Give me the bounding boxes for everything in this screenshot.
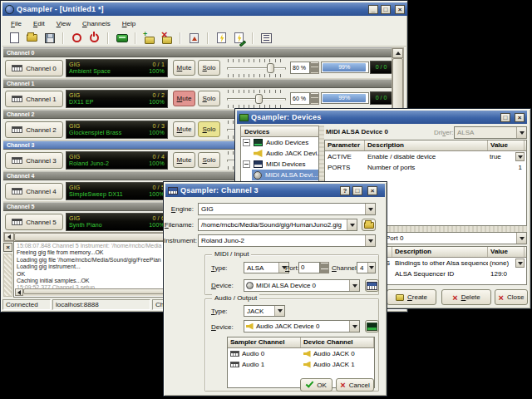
channel-button[interactable]: Channel 5 [5,214,63,230]
add-channel-button[interactable] [115,31,129,45]
messages-close-button[interactable]: × [3,243,12,252]
create-channel-button[interactable]: + [142,31,156,45]
menu-file[interactable]: File [6,19,27,28]
devices-titlebar[interactable]: Qsampler: Devices □ × [237,111,527,124]
chevron-down-icon[interactable] [347,219,357,230]
instrument-combo[interactable]: Roland Juno-2 [198,234,376,247]
messages-button[interactable] [259,31,273,45]
channel-lcd[interactable]: GIG0 / 6 Synth Piano100% [66,213,168,231]
slider-handle[interactable] [267,63,274,73]
maximize-button[interactable]: □ [500,113,510,122]
chevron-down-icon[interactable] [516,233,526,244]
tree-item[interactable]: Audio JACK Devi... [241,148,318,159]
save-session-button[interactable] [42,31,57,45]
browse-file-button[interactable] [362,219,376,231]
channel-button[interactable]: Channel 1 [5,91,63,107]
spin-up-icon[interactable] [320,262,329,268]
midi-device-combo[interactable]: MIDI ALSA Device 0 [244,279,360,292]
audio-device-combo[interactable]: Audio JACK Device 0 [244,320,360,332]
chevron-down-icon[interactable] [349,280,359,291]
channel-button[interactable]: Channel 3 [5,152,63,169]
chevron-down-icon[interactable] [367,263,375,273]
tree-item[interactable]: Audio Devices [241,137,318,148]
mute-button[interactable]: Mute [173,60,195,76]
menu-help[interactable]: Help [117,19,140,28]
tree-expander-icon[interactable] [243,160,250,168]
close-button[interactable]: × [367,186,377,195]
chevron-down-icon[interactable] [274,306,284,316]
tree-item[interactable]: MIDI ALSA Devi... [241,170,318,180]
volume-slider[interactable] [224,58,288,78]
setup-channel-button[interactable] [214,31,229,45]
mute-button[interactable]: Mute [173,121,195,137]
mute-button[interactable]: Mute [173,152,195,168]
minimize-button[interactable]: _ [368,5,378,14]
solo-button[interactable]: Solo [198,121,220,137]
volume-slider[interactable] [224,89,288,109]
audio-type-combo[interactable]: JACK [244,305,285,317]
new-session-button[interactable] [7,31,22,45]
routing-row[interactable]: Audio 0Audio JACK 0 [228,348,374,359]
driver-combo[interactable]: ALSA [454,126,527,139]
audio-device-setup-button[interactable] [365,320,379,332]
channel-header[interactable]: Channel 0 [3,48,392,57]
spin-up-icon[interactable] [310,92,319,99]
channel-header[interactable]: Channel 1 [3,79,392,88]
create-device-button[interactable]: Create [387,289,436,305]
menu-channels[interactable]: Channels [77,19,116,28]
spin-down-icon[interactable] [320,268,329,273]
volume-spinbox[interactable]: 60 % [290,92,319,105]
chevron-down-icon[interactable] [349,321,359,332]
remove-channel-button[interactable]: × [160,31,174,45]
restart-button[interactable] [87,31,101,45]
table-row[interactable]: ACTIVEEnable / disable devicetrue [325,151,526,162]
maximize-button[interactable]: □ [381,5,391,14]
table-row[interactable]: PORTSNumber of ports1 [325,162,526,173]
spin-up-icon[interactable] [310,62,319,68]
scroll-left-icon[interactable] [15,288,23,296]
channel-lcd[interactable]: GIG0 / 3 Glockenspiel Brass100% [66,121,168,139]
volume-spinbox[interactable]: 80 % [290,62,319,74]
channel-button[interactable]: Channel 2 [5,121,63,138]
chevron-down-icon[interactable] [515,152,525,161]
midi-type-combo[interactable]: ALSA [244,262,289,273]
channel-button[interactable]: Channel 4 [5,183,63,200]
maximize-button[interactable]: □ [352,186,362,195]
restore-channel-button[interactable] [187,31,201,45]
channel-lcd[interactable]: GIG0 / 2 DX11 EP100% [66,90,168,108]
midi-port-spinbox[interactable]: 0 [298,262,329,273]
delete-device-button[interactable]: ×Delete [441,289,491,305]
messages-dock-handle[interactable] [3,254,12,297]
spin-down-icon[interactable] [310,99,319,106]
scroll-up-icon[interactable] [392,48,403,58]
chevron-down-icon[interactable] [365,204,375,214]
chevron-down-icon[interactable] [516,127,526,138]
ok-button[interactable]: OK [300,378,332,392]
dialog-titlebar[interactable]: Qsampler: Channel 3 ? □ × [165,184,385,197]
routing-row[interactable]: Audio 1Audio JACK 1 [228,359,374,370]
close-devices-button[interactable]: ×Close [495,289,528,305]
reset-button[interactable] [70,31,84,45]
channel-button[interactable]: Channel 0 [5,60,63,76]
cancel-button[interactable]: ×Cancel [336,378,374,392]
slider-handle[interactable] [255,94,263,104]
spin-down-icon[interactable] [310,68,319,75]
open-session-button[interactable] [25,31,39,45]
tree-expander-icon[interactable] [243,139,250,146]
chevron-down-icon[interactable] [365,235,375,246]
channel-lcd[interactable]: GIG0 / 5 SimpleSweep DX11100% [66,182,168,200]
channel-lcd[interactable]: GIG0 / 1 Ambient Space100% [66,59,168,77]
midi-device-setup-button[interactable] [365,279,379,292]
solo-button[interactable]: Solo [198,91,220,106]
channel-lcd[interactable]: GIG0 / 4 Roland Juno-2100% [66,151,168,170]
midi-channel-combo[interactable]: 4 [357,262,376,273]
solo-button[interactable]: Solo [198,60,220,76]
edit-channel-button[interactable] [232,31,246,45]
scroll-left-icon[interactable] [4,233,14,241]
close-button[interactable]: × [395,5,405,14]
filename-combo[interactable]: /home/rncbc/Media/Sound/gig/HumanJuno2.g… [198,219,357,231]
help-button[interactable]: ? [340,186,350,195]
mute-button[interactable]: Mute [173,91,195,106]
solo-button[interactable]: Solo [198,152,220,168]
engine-combo[interactable]: GIG [198,203,376,215]
